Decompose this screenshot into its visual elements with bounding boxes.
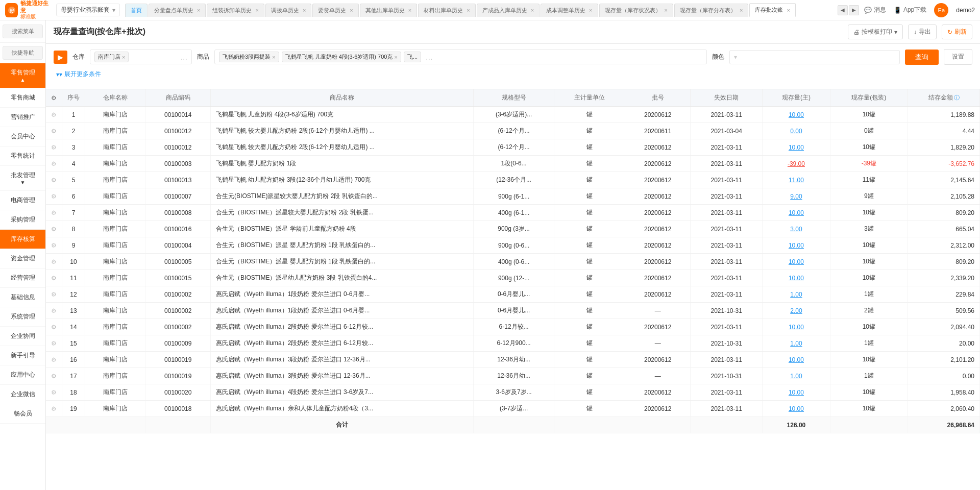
th-settings[interactable]: ⚙ xyxy=(46,89,62,107)
row-settings[interactable]: ⚙ xyxy=(46,401,62,417)
tab-pici[interactable]: 库存批次账 × xyxy=(749,3,795,17)
row-code: 00100019 xyxy=(145,352,211,368)
row-qty-main[interactable]: 10.00 xyxy=(763,401,830,417)
row-spec: 1段(0-6... xyxy=(473,156,554,172)
account-dropdown[interactable]: 母婴行业演示账套 ▾ xyxy=(56,4,120,16)
row-settings[interactable]: ⚙ xyxy=(46,335,62,352)
sidebar-item-operation[interactable]: 经营管理 xyxy=(0,268,45,288)
tab-chancheng[interactable]: 产成品入库单历史 × xyxy=(477,4,540,17)
sidebar-item-basic[interactable]: 基础信息 xyxy=(0,288,45,307)
sidebar-item-purchase[interactable]: 采购管理 xyxy=(0,210,45,230)
expand-conditions-btn[interactable]: ▾▾ 展开更多条件 xyxy=(56,67,970,81)
row-settings[interactable]: ⚙ xyxy=(46,172,62,188)
message-btn[interactable]: 💬 消息 xyxy=(864,6,886,14)
query-btn[interactable]: 查询 xyxy=(905,50,939,65)
row-settings[interactable]: ⚙ xyxy=(46,368,62,384)
app-download-btn[interactable]: 📱 App下载 xyxy=(894,6,926,14)
avatar[interactable]: Ea xyxy=(934,3,948,17)
sidebar-item-shop[interactable]: 零售商城 xyxy=(0,88,45,108)
row-settings[interactable]: ⚙ xyxy=(46,139,62,156)
retail-label: 零售管理 xyxy=(3,68,43,77)
sidebar-item-apps[interactable]: 应用中心 xyxy=(0,365,45,385)
row-qty-main[interactable]: 10.00 xyxy=(763,139,830,156)
sidebar-item-system[interactable]: 系统管理 xyxy=(0,307,45,327)
page-header: 现存量查询(按仓库+批次) 🖨 按模板打印 ▾ ↓ 导出 ↻ 刷新 xyxy=(46,20,980,44)
sidebar-item-inventory[interactable]: 库存核算 xyxy=(0,230,45,249)
row-no: 10 xyxy=(62,254,85,270)
tab-diaob[interactable]: 调拨单历史 × xyxy=(265,4,311,17)
sidebar-item-member[interactable]: 会员中心 xyxy=(0,127,45,146)
tab-cailiao[interactable]: 材料出库单历史 × xyxy=(418,4,475,17)
sidebar-item-collab[interactable]: 企业协同 xyxy=(0,327,45,346)
tab-zuzhuan[interactable]: 组装拆卸单历史 × xyxy=(207,4,264,17)
sidebar-item-guide[interactable]: 新手引导 xyxy=(0,346,45,365)
tab-qita[interactable]: 其他出库单历史 × xyxy=(360,4,417,17)
sidebar-item-ecommerce[interactable]: 电商管理 xyxy=(0,191,45,210)
row-settings[interactable]: ⚙ xyxy=(46,221,62,237)
row-settings[interactable]: ⚙ xyxy=(46,107,62,123)
row-settings[interactable]: ⚙ xyxy=(46,188,62,205)
row-qty-main[interactable]: 10.00 xyxy=(763,107,830,123)
row-qty-main[interactable]: 10.00 xyxy=(763,270,830,286)
row-unit: 罐 xyxy=(554,335,625,352)
row-qty-main[interactable]: 10.00 xyxy=(763,237,830,254)
warehouse-tag-close[interactable]: × xyxy=(122,54,125,60)
row-expire: 2021-03-11 xyxy=(691,319,763,335)
sidebar-item-wechat[interactable]: 企业微信 xyxy=(0,385,45,404)
row-qty-main[interactable]: 0.00 xyxy=(763,123,830,139)
row-settings[interactable]: ⚙ xyxy=(46,352,62,368)
row-qty-main[interactable]: 11.00 xyxy=(763,172,830,188)
product-tag-1-close[interactable]: × xyxy=(272,54,275,60)
row-qty-main[interactable]: 3.00 xyxy=(763,221,830,237)
row-settings[interactable]: ⚙ xyxy=(46,237,62,254)
row-settings[interactable]: ⚙ xyxy=(46,270,62,286)
tab-kucun1[interactable]: 现存量（库存状况表） × xyxy=(599,4,673,17)
tab-fenpan[interactable]: 分量盘点单历史 × xyxy=(149,4,206,17)
nav-left[interactable]: ◀ xyxy=(838,5,848,15)
sidebar-item-stats[interactable]: 零售统计 xyxy=(0,146,45,166)
quick-nav-btn[interactable]: 快捷导航 xyxy=(3,46,43,60)
row-qty-main[interactable]: 1.00 xyxy=(763,368,830,384)
tab-yaohuo[interactable]: 要货单历史 × xyxy=(312,4,358,17)
sidebar-item-wholesale[interactable]: 批发管理▼ xyxy=(0,166,45,191)
row-qty-main[interactable]: 10.00 xyxy=(763,352,830,368)
row-settings[interactable]: ⚙ xyxy=(46,319,62,335)
color-filter-input[interactable]: ▾ xyxy=(729,50,900,64)
tab-kucun2[interactable]: 现存量（库存分布表） × xyxy=(674,4,748,17)
row-qty-main[interactable]: 10.00 xyxy=(763,254,830,270)
sidebar-item-vip[interactable]: 畅会员 xyxy=(0,404,45,424)
product-tag-2-close[interactable]: × xyxy=(394,54,397,60)
row-qty-main[interactable]: 9.00 xyxy=(763,188,830,205)
row-qty-main[interactable]: 10.00 xyxy=(763,384,830,401)
row-qty-main[interactable]: 1.00 xyxy=(763,286,830,303)
sidebar-item-retail[interactable]: 零售管理 ▲ xyxy=(0,63,45,88)
expand-filter-btn[interactable]: ▶ xyxy=(54,51,67,64)
row-settings[interactable]: ⚙ xyxy=(46,303,62,319)
row-warehouse: 南库门店 xyxy=(85,172,145,188)
product-filter-input[interactable]: 飞鹤奶粉3段两提装 × 飞鹤星飞帆 儿童奶粉 4段(3-6岁适用) 700克 ×… xyxy=(214,50,707,64)
search-menu-btn[interactable]: 搜索菜单 xyxy=(3,24,43,38)
row-qty-main[interactable]: 2.00 xyxy=(763,303,830,319)
row-qty-main[interactable]: 10.00 xyxy=(763,205,830,221)
tab-home[interactable]: 首页 xyxy=(125,4,148,17)
row-settings[interactable]: ⚙ xyxy=(46,123,62,139)
th-qty-main: 现存量(主) xyxy=(763,89,830,107)
row-settings[interactable]: ⚙ xyxy=(46,156,62,172)
setting-btn[interactable]: 设置 xyxy=(944,49,972,65)
warehouse-filter-input[interactable]: 南库门店 × ... xyxy=(90,50,192,64)
row-settings[interactable]: ⚙ xyxy=(46,254,62,270)
template-print-btn[interactable]: 🖨 按模板打印 ▾ xyxy=(848,24,903,39)
row-settings[interactable]: ⚙ xyxy=(46,205,62,221)
row-qty-main[interactable]: 10.00 xyxy=(763,319,830,335)
row-settings[interactable]: ⚙ xyxy=(46,286,62,303)
row-qty-main[interactable]: -39.00 xyxy=(763,156,830,172)
nav-right[interactable]: ▶ xyxy=(849,5,859,15)
export-btn[interactable]: ↓ 导出 xyxy=(908,24,937,39)
sidebar-item-finance[interactable]: 资金管理 xyxy=(0,249,45,268)
row-qty-main[interactable]: 1.00 xyxy=(763,335,830,352)
row-code: 00100009 xyxy=(145,335,211,352)
sidebar-item-marketing[interactable]: 营销推广 xyxy=(0,108,45,127)
row-settings[interactable]: ⚙ xyxy=(46,384,62,401)
refresh-btn[interactable]: ↻ 刷新 xyxy=(942,24,972,39)
tab-chengben[interactable]: 成本调整单历史 × xyxy=(541,4,598,17)
